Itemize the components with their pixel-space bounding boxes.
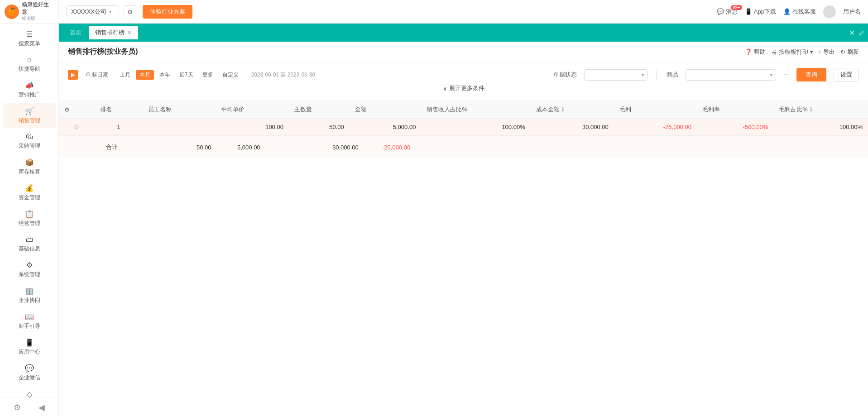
footer-profit-pct xyxy=(467,144,513,150)
table-footer: 合计 50.00 5,000.00 30,000.00 -25,000.00 xyxy=(59,135,868,158)
page-actions: ❓ 帮助 🖨 按模板打印 ▾ ↑ 导出 ↻ 刷新 xyxy=(745,48,859,56)
sidebar-bottom: ⚙ ◀ xyxy=(0,398,58,417)
user-avatar[interactable] xyxy=(823,5,836,18)
sidebar-item-marketing[interactable]: 📣 营销推广 xyxy=(3,77,56,102)
query-button[interactable]: 查询 xyxy=(796,68,826,81)
footer-label: 合计 xyxy=(101,140,146,154)
row-quantity: 50.00 xyxy=(289,119,350,135)
sidebar-label-system: 系统管理 xyxy=(19,271,40,278)
online-service-label: 在线客服 xyxy=(792,8,816,16)
col-rank: 排名 xyxy=(95,101,143,119)
filter-more-dots[interactable]: ··· xyxy=(783,71,789,79)
sidebar-item-search-order[interactable]: ☰ 搜索菜单 xyxy=(3,26,56,51)
export-icon: ↑ xyxy=(819,48,822,55)
logo-area: 🍊 畅康通好生意 标准版 xyxy=(0,0,58,24)
sidebar-item-quick-nav[interactable]: ⌂ 快捷导航 xyxy=(3,52,56,77)
sidebar-item-basics[interactable]: 🗃 基础信息 xyxy=(3,232,56,256)
help-button[interactable]: ❓ 帮助 xyxy=(745,48,766,56)
row-avg-price: 100.00 xyxy=(216,119,289,135)
footer-sales-pct xyxy=(277,144,327,150)
sidebar-item-wechat[interactable]: 💬 企业微信 xyxy=(3,360,56,385)
footer-cost: 30,000.00 xyxy=(327,141,377,153)
export-button[interactable]: ↑ 导出 xyxy=(819,48,835,56)
appstore-icon: 📱 xyxy=(25,338,34,347)
sidebar-item-purchase[interactable]: 🛍 采购管理 xyxy=(3,129,56,153)
row-profit: -25,000.00 xyxy=(614,119,697,135)
col-cost: 成本全额 ℹ xyxy=(531,101,614,119)
trial-button[interactable]: 体验行业方案 xyxy=(143,5,192,19)
col-settings[interactable]: ⚙ xyxy=(59,101,95,119)
sidebar-label-enterprise: 企业协同 xyxy=(19,297,40,304)
app-download-button[interactable]: 📱 App下载 xyxy=(745,8,776,16)
footer-rank-cell xyxy=(73,144,101,150)
sidebar-item-newbie[interactable]: 📖 新手引导 xyxy=(3,309,56,334)
refresh-icon: ↻ xyxy=(840,48,845,55)
sidebar-collapse-icon[interactable]: ◀ xyxy=(38,403,45,412)
expand-more-button[interactable]: ∨ 展开更多条件 xyxy=(68,81,859,95)
footer-avg-price xyxy=(146,144,191,150)
col-amount: 全额 xyxy=(350,101,422,119)
sidebar-label-marketing: 营销推广 xyxy=(19,91,40,99)
date-tab-this-year[interactable]: 本年 xyxy=(156,70,174,80)
settings-small-button[interactable]: 设置 xyxy=(834,68,859,81)
date-tab-custom[interactable]: 自定义 xyxy=(219,70,242,80)
goods-select[interactable] xyxy=(686,69,776,81)
sidebar-item-finance[interactable]: 💰 资金管理 xyxy=(3,180,56,205)
sidebar-item-enterprise[interactable]: 🏢 企业协同 xyxy=(3,283,56,308)
status-select[interactable] xyxy=(584,69,647,81)
col-name: 员工名称 xyxy=(143,101,216,119)
sidebar-settings-icon[interactable]: ⚙ xyxy=(14,403,21,412)
sidebar-item-appstore[interactable]: 📱 应用中心 xyxy=(3,335,56,359)
service-icon: 👤 xyxy=(783,8,791,15)
window-close-icon[interactable]: ✕ xyxy=(849,29,855,37)
cost-info-icon[interactable]: ℹ xyxy=(562,106,564,113)
expand-label: 展开更多条件 xyxy=(449,84,484,92)
sidebar-item-system[interactable]: ⚙ 系统管理 xyxy=(3,257,56,282)
tab-sales-ranking[interactable]: 销售排行榜 ✕ xyxy=(89,26,138,39)
date-tab-more[interactable]: 更多 xyxy=(199,70,217,80)
row-settings[interactable]: ⚙ xyxy=(59,119,95,135)
topbar-settings-button[interactable]: ⚙ xyxy=(124,5,136,18)
table-header-row: ⚙ 排名 员工名称 平均单价 主数量 全额 销售收入占比% 成本全额 ℹ 毛利 … xyxy=(59,101,868,119)
filter-divider-1: │ xyxy=(655,71,659,79)
row-cost: 30,000.00 xyxy=(531,119,614,135)
filter-collapse-icon[interactable]: ▶ xyxy=(68,70,78,80)
date-tabs: 上月 本月 本年 近7天 更多 自定义 xyxy=(116,70,242,80)
tab-label: 销售排行榜 xyxy=(95,29,125,37)
date-tab-7days[interactable]: 近7天 xyxy=(176,70,197,80)
finance-icon: 💰 xyxy=(25,184,34,192)
date-tab-this-month[interactable]: 本月 xyxy=(136,70,154,80)
sidebar-label-purchase: 采购管理 xyxy=(19,142,40,150)
row-amount: 5,000.00 xyxy=(350,119,422,135)
company-selector[interactable]: XXXXXX公司 ▾ xyxy=(66,5,119,18)
row-profit-pct: 100.00% xyxy=(773,119,868,135)
online-service-button[interactable]: 👤 在线客服 xyxy=(783,8,816,16)
company-caret-icon: ▾ xyxy=(109,9,111,14)
sidebar: 🍊 畅康通好生意 标准版 ☰ 搜索菜单 ⌂ 快捷导航 📣 营销推广 🛒 销售管理… xyxy=(0,0,59,417)
refresh-button[interactable]: ↻ 刷新 xyxy=(840,48,859,56)
username-label[interactable]: 用户名 xyxy=(843,8,861,16)
basics-icon: 🗃 xyxy=(26,235,33,244)
sidebar-item-member[interactable]: ◇ 畅会员 xyxy=(3,386,56,398)
member-icon: ◇ xyxy=(27,390,32,398)
app-download-label: App下载 xyxy=(754,8,776,16)
row-sales-pct: 100.00% xyxy=(421,119,530,135)
sidebar-item-operations[interactable]: 📋 经营管理 xyxy=(3,206,56,231)
system-icon: ⚙ xyxy=(26,261,33,269)
print-button[interactable]: 🖨 按模板打印 ▾ xyxy=(771,48,813,56)
sidebar-item-inventory[interactable]: 📦 库存核算 xyxy=(3,154,56,179)
date-tab-last-month[interactable]: 上月 xyxy=(116,70,134,80)
refresh-label: 刷新 xyxy=(847,48,859,56)
col-quantity: 主数量 xyxy=(289,101,350,119)
sidebar-item-sales[interactable]: 🛒 销售管理 xyxy=(3,103,56,128)
row-margin-rate: -500.00% xyxy=(697,119,773,135)
sidebar-label-operations: 经营管理 xyxy=(19,220,40,227)
profit-pct-info-icon[interactable]: ℹ xyxy=(810,106,812,113)
tab-bar-right: ✕ ⤢ xyxy=(849,29,864,37)
page-title: 销售排行榜(按业务员) xyxy=(68,47,138,57)
tab-close-icon[interactable]: ✕ xyxy=(127,29,132,36)
row-rank: 1 xyxy=(95,119,143,135)
window-expand-icon[interactable]: ⤢ xyxy=(858,29,864,37)
message-button[interactable]: 💬 消息 99+ xyxy=(717,8,738,16)
tab-home[interactable]: 首页 xyxy=(62,26,89,39)
